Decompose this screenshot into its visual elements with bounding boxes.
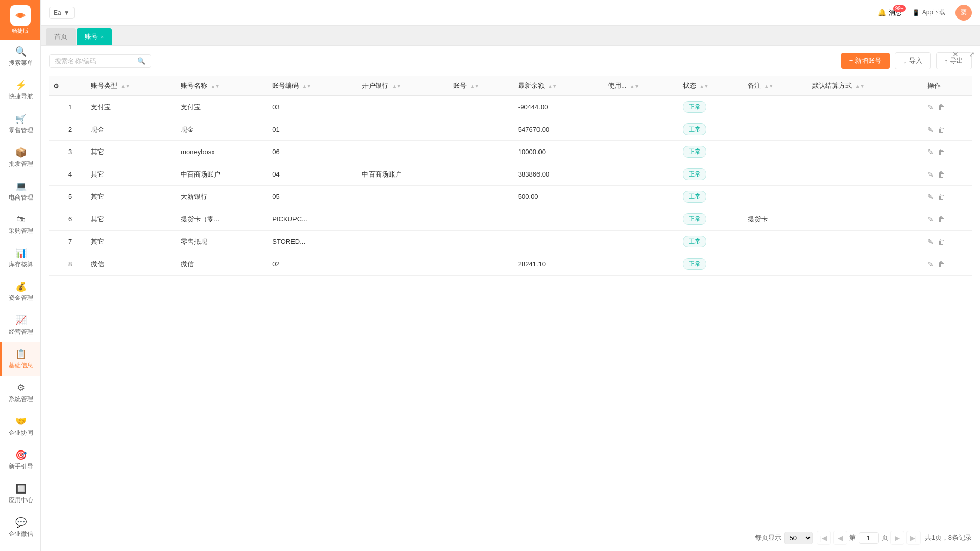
tab-bar: 首页 账号 ×	[41, 26, 980, 46]
row-notes: 提货卡	[744, 208, 808, 231]
sidebar-item-collab[interactable]: 🤝 企业协同	[0, 410, 40, 443]
sidebar-item-guide[interactable]: 🎯 新手引导	[0, 443, 40, 477]
tab-account[interactable]: 账号 ×	[77, 28, 112, 45]
col-header-balance[interactable]: 最新余额 ▲▼	[514, 76, 604, 96]
delete-icon[interactable]: 🗑	[938, 170, 945, 179]
search-box[interactable]: 🔍	[49, 54, 151, 68]
row-account	[449, 253, 514, 276]
sidebar-item-member[interactable]: 👤 畅会员	[0, 544, 40, 551]
content-area: ✕ ⤢ 🔍 + 新增账号 ↓ 导入 ↑ 导出	[41, 46, 980, 551]
sidebar-item-finance[interactable]: 💰 资金管理	[0, 275, 40, 309]
sidebar-item-wechat-work[interactable]: 💬 企业微信	[0, 511, 40, 544]
row-code: 03	[268, 96, 358, 118]
edit-icon[interactable]: ✎	[927, 126, 934, 134]
row-settlement	[808, 141, 923, 163]
row-type: 其它	[87, 186, 177, 208]
first-page-button[interactable]: |◀	[817, 531, 831, 545]
delete-icon[interactable]: 🗑	[938, 260, 945, 268]
edit-icon[interactable]: ✎	[927, 215, 934, 223]
delete-icon[interactable]: 🗑	[938, 103, 945, 111]
col-header-status[interactable]: 状态 ▲▼	[679, 76, 744, 96]
page-size-select[interactable]: 50 100 200	[784, 532, 813, 544]
row-settings-cell	[49, 96, 64, 118]
sidebar-logo[interactable]: 畅捷版	[0, 0, 40, 40]
col-header-account[interactable]: 账号 ▲▼	[449, 76, 514, 96]
sidebar-item-system[interactable]: ⚙ 系统管理	[0, 376, 40, 410]
page-number-input[interactable]	[859, 532, 879, 544]
sidebar-item-wholesale[interactable]: 📦 批发管理	[0, 141, 40, 174]
prev-page-button[interactable]: ◀	[833, 531, 847, 545]
delete-icon[interactable]: 🗑	[938, 126, 945, 134]
edit-icon[interactable]: ✎	[927, 103, 934, 111]
row-settings-cell	[49, 208, 64, 231]
sidebar-item-label: 零售管理	[9, 126, 33, 135]
row-balance	[514, 208, 604, 231]
col-header-usage[interactable]: 使用... ▲▼	[604, 76, 679, 96]
maximize-window-button[interactable]: ⤢	[964, 46, 980, 62]
tab-home[interactable]: 首页	[46, 28, 76, 45]
tab-close-icon[interactable]: ×	[101, 34, 104, 40]
row-notes	[744, 253, 808, 276]
delete-icon[interactable]: 🗑	[938, 193, 945, 201]
delete-icon[interactable]: 🗑	[938, 238, 945, 246]
sidebar-item-purchase[interactable]: 🛍 采购管理	[0, 208, 40, 241]
ecommerce-icon: 💻	[15, 181, 27, 192]
row-name: 现金	[177, 118, 268, 141]
edit-icon[interactable]: ✎	[927, 260, 934, 268]
search-input[interactable]	[55, 57, 137, 65]
sidebar-item-ecommerce[interactable]: 💻 电商管理	[0, 174, 40, 208]
edit-icon[interactable]: ✎	[927, 193, 934, 201]
sidebar-item-search[interactable]: 🔍 搜索菜单	[0, 40, 40, 73]
col-header-settlement[interactable]: 默认结算方式 ▲▼	[808, 76, 923, 96]
import-button[interactable]: ↓ 导入	[895, 52, 931, 69]
sidebar-item-operations[interactable]: 📈 经营管理	[0, 309, 40, 342]
avatar[interactable]: 粟	[955, 5, 972, 21]
add-account-button[interactable]: + 新增账号	[841, 53, 890, 69]
company-selector[interactable]: Ea ▼	[49, 7, 75, 19]
app-download-button[interactable]: 📱 App下载	[912, 8, 945, 17]
settings-col-header[interactable]: ⚙	[49, 76, 64, 96]
row-actions: ✎ 🗑	[923, 118, 972, 141]
sidebar-item-retail[interactable]: 🛒 零售管理	[0, 107, 40, 141]
row-settings-cell	[49, 118, 64, 141]
row-usage	[604, 231, 679, 253]
delete-icon[interactable]: 🗑	[938, 215, 945, 223]
row-notes	[744, 163, 808, 186]
row-balance: 28241.10	[514, 253, 604, 276]
sidebar-item-basics[interactable]: 📋 基础信息	[0, 342, 40, 376]
last-page-button[interactable]: ▶|	[906, 531, 921, 545]
row-account	[449, 208, 514, 231]
sort-name-icon: ▲▼	[211, 84, 220, 89]
row-status: 正常	[679, 141, 744, 163]
edit-icon[interactable]: ✎	[927, 148, 934, 156]
row-actions: ✎ 🗑	[923, 253, 972, 276]
row-balance: 547670.00	[514, 118, 604, 141]
messages-button[interactable]: 🔔 消息 99+	[878, 8, 902, 17]
sidebar-item-quicknav[interactable]: ⚡ 快捷导航	[0, 73, 40, 107]
delete-icon[interactable]: 🗑	[938, 148, 945, 156]
status-badge: 正常	[683, 213, 706, 225]
sidebar-item-label: 搜索菜单	[9, 59, 33, 67]
row-index: 2	[64, 118, 87, 141]
sidebar-item-apps[interactable]: 🔲 应用中心	[0, 477, 40, 511]
sidebar-item-inventory[interactable]: 📊 库存核算	[0, 241, 40, 275]
col-header-type[interactable]: 账号类型 ▲▼	[87, 76, 177, 96]
status-badge: 正常	[683, 258, 706, 270]
col-header-name[interactable]: 账号名称 ▲▼	[177, 76, 268, 96]
table-row: 4 其它 中百商场账户 04 中百商场账户 383866.00 正常 ✎ 🗑	[49, 163, 972, 186]
edit-icon[interactable]: ✎	[927, 170, 934, 179]
row-usage	[604, 253, 679, 276]
basics-icon: 📋	[15, 348, 27, 360]
col-header-code[interactable]: 账号编码 ▲▼	[268, 76, 358, 96]
col-header-notes[interactable]: 备注 ▲▼	[744, 76, 808, 96]
next-page-button[interactable]: ▶	[890, 531, 904, 545]
row-code: 01	[268, 118, 358, 141]
edit-icon[interactable]: ✎	[927, 238, 934, 246]
row-name: 大新银行	[177, 186, 268, 208]
row-settlement	[808, 208, 923, 231]
col-header-bank[interactable]: 开户银行 ▲▼	[358, 76, 449, 96]
row-usage	[604, 163, 679, 186]
close-window-button[interactable]: ✕	[947, 46, 964, 62]
sidebar-item-label: 资金管理	[9, 294, 33, 303]
sort-settlement-icon: ▲▼	[855, 84, 865, 89]
